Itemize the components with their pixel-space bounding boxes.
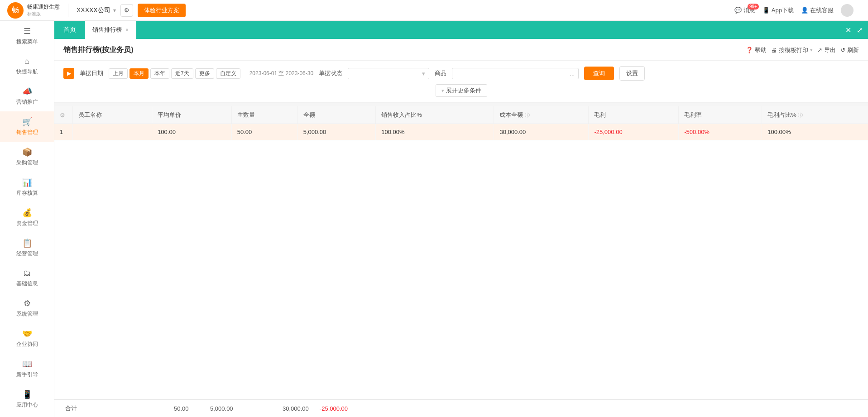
goods-input[interactable]: ...: [452, 68, 579, 79]
date-filter-label: 单据日期: [80, 69, 103, 77]
sidebar-item-appcenter[interactable]: 📱 应用中心: [0, 384, 54, 414]
date-range-display: 2023-06-01 至 2023-06-30: [249, 70, 313, 77]
date-btn-7days[interactable]: 近7天: [171, 68, 193, 79]
page-title: 销售排行榜(按业务员): [63, 45, 134, 60]
footer-label: 合计: [60, 404, 132, 412]
template-print-button[interactable]: 🖨 按模板打印 ▾: [771, 46, 813, 54]
tab-sales-ranking[interactable]: 销售排行榜 ×: [85, 21, 136, 39]
sidebar-item-enterprise[interactable]: 🤝 企业协同: [0, 323, 54, 354]
td-employee-name: [72, 124, 152, 140]
template-print-label: 按模板打印: [779, 46, 808, 54]
logo-icon: 畅: [7, 2, 24, 19]
gross-pct-info-icon[interactable]: ⓘ: [798, 112, 803, 118]
export-label: 导出: [824, 46, 836, 54]
date-buttons: 上月 本月 本年 近7天 更多 自定义: [109, 68, 240, 79]
purchase-icon: 📦: [22, 147, 32, 157]
sidebar-item-basic-info[interactable]: 🗂 基础信息: [0, 263, 54, 293]
tab-close-window-button[interactable]: ✕: [845, 26, 851, 34]
sidebar-item-operations[interactable]: 📋 经营管理: [0, 233, 54, 263]
guide-icon: 📖: [22, 359, 32, 369]
sidebar-label-appcenter: 应用中心: [16, 401, 38, 409]
tab-close-icon[interactable]: ×: [125, 27, 129, 33]
th-settings: ⚙: [54, 106, 72, 124]
app-download-button[interactable]: 📱 App下载: [762, 6, 794, 14]
table-header-row: ⚙ 员工名称 平均单价 主数量: [54, 106, 868, 124]
filter-expand-arrow[interactable]: ▶: [63, 68, 74, 79]
goods-more-icon[interactable]: ...: [570, 70, 575, 77]
refresh-button[interactable]: ↺ 刷新: [840, 46, 859, 54]
th-employee-name: 员工名称: [72, 106, 152, 124]
finance-icon: 💰: [22, 208, 32, 218]
sidebar-label-marketing: 营销推广: [16, 98, 38, 106]
refresh-icon: ↺: [840, 47, 845, 53]
date-btn-last-month[interactable]: 上月: [109, 68, 128, 79]
avatar[interactable]: [841, 4, 854, 17]
filter-area: ▶ 单据日期 上月 本月 本年 近7天 更多 自定义 2023-06-01 至 …: [54, 61, 868, 103]
table-wrapper: ⚙ 员工名称 平均单价 主数量: [54, 106, 868, 399]
download-icon: 📱: [762, 7, 770, 14]
inventory-icon: 📊: [22, 177, 32, 187]
tab-home[interactable]: 首页: [54, 21, 85, 39]
cost-info-icon[interactable]: ⓘ: [525, 112, 530, 118]
help-label: 帮助: [755, 46, 767, 54]
sidebar-label-guide: 新手引导: [16, 371, 38, 379]
sidebar-item-system[interactable]: ⚙ 系统管理: [0, 293, 54, 323]
basic-info-icon: 🗂: [23, 268, 31, 278]
tab-maximize-button[interactable]: ⤢: [857, 26, 863, 34]
expand-more-button[interactable]: ▾ 展开更多条件: [436, 84, 487, 97]
sidebar-item-finance[interactable]: 💰 资金管理: [0, 202, 54, 233]
column-settings-icon[interactable]: ⚙: [60, 112, 65, 119]
operations-icon: 📋: [22, 238, 32, 248]
company-selector[interactable]: XXXXX公司 ▾: [77, 6, 116, 14]
sidebar-item-marketing[interactable]: 📣 营销推广: [0, 81, 54, 111]
tab-right-actions: ✕ ⤢: [840, 21, 868, 39]
footer-main-qty: 50.00: [168, 405, 205, 412]
logo-area[interactable]: 畅 畅康通好生意 标准版: [7, 2, 60, 19]
enterprise-icon: 🤝: [22, 329, 32, 339]
goods-filter-label: 商品: [435, 69, 446, 77]
expand-label: 展开更多条件: [446, 86, 481, 95]
app-edition: 标准版: [27, 11, 60, 17]
date-btn-more[interactable]: 更多: [195, 68, 214, 79]
settings-button[interactable]: 设置: [619, 66, 645, 81]
help-button[interactable]: ❓ 帮助: [746, 46, 767, 54]
sidebar-label-operations: 经营管理: [16, 250, 38, 258]
trial-button[interactable]: 体验行业方案: [138, 4, 186, 17]
th-total-amount: 全额: [297, 106, 375, 124]
settings-gear-button[interactable]: ⚙: [120, 4, 133, 17]
th-main-qty: 主数量: [231, 106, 297, 124]
sidebar-item-sales[interactable]: 🛒 销售管理: [0, 111, 54, 142]
sidebar-item-quicknav[interactable]: ⌂ 快捷导航: [0, 51, 54, 81]
sidebar-item-purchase[interactable]: 📦 采购管理: [0, 142, 54, 172]
th-gross-profit: 毛利: [589, 106, 679, 124]
status-filter-label: 单据状态: [319, 69, 342, 77]
th-gross-pct: 毛利占比% ⓘ: [762, 106, 868, 124]
top-right-actions: 💬 消息 99+ 📱 App下载 👤 在线客服: [734, 4, 861, 17]
status-chevron-icon: ▾: [422, 70, 425, 77]
online-service-label: 在线客服: [810, 6, 834, 14]
status-select[interactable]: ▾: [348, 68, 429, 79]
search-button[interactable]: 查询: [584, 67, 614, 80]
td-gross-rate: -500.00%: [679, 124, 762, 140]
app-name: 畅康通好生意: [27, 3, 60, 11]
sidebar-label-finance: 资金管理: [16, 220, 38, 227]
sidebar-item-wechat[interactable]: 💬 企业微信: [0, 414, 54, 417]
online-service-button[interactable]: 👤 在线客服: [801, 6, 834, 14]
sidebar-label-quicknav: 快捷导航: [16, 68, 38, 76]
sidebar-label-purchase: 采购管理: [16, 159, 38, 167]
sidebar-label-sales: 销售管理: [16, 129, 38, 136]
sidebar-label-system: 系统管理: [16, 310, 38, 318]
sidebar-item-search[interactable]: ☰ 搜索菜单: [0, 21, 54, 51]
date-btn-this-month[interactable]: 本月: [129, 68, 149, 79]
print-icon: 🖨: [771, 47, 777, 53]
sidebar-item-inventory[interactable]: 📊 库存核算: [0, 172, 54, 202]
print-chevron-icon: ▾: [810, 47, 813, 53]
message-button[interactable]: 💬 消息 99+: [734, 6, 755, 14]
service-icon: 👤: [801, 7, 808, 14]
sidebar-item-guide[interactable]: 📖 新手引导: [0, 354, 54, 384]
tab-home-label: 首页: [63, 26, 76, 34]
table-row: 1 100.00 50.00: [54, 124, 868, 140]
date-btn-this-year[interactable]: 本年: [150, 68, 169, 79]
export-button[interactable]: ↗ 导出: [817, 46, 836, 54]
date-btn-custom[interactable]: 自定义: [216, 68, 240, 79]
